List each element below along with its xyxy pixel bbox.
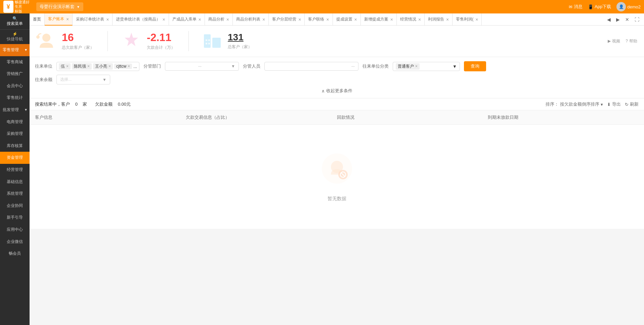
sidebar-item-enterprise-coop[interactable]: 企业协同 (0, 200, 30, 212)
tab-goodslist-close[interactable]: × (262, 17, 265, 22)
tab-customercontact-close[interactable]: × (326, 17, 329, 22)
sidebar-item-retail-stats[interactable]: 零售统计 (0, 92, 30, 104)
credit-amount-label: 欠款合计（万） (147, 45, 175, 50)
tab-goods-analysis-list[interactable]: 商品分析列表 × (233, 13, 269, 26)
tab-raise-close[interactable]: × (354, 17, 357, 22)
org-selector[interactable]: 母婴行业演示帐套 ▼ (36, 2, 83, 11)
tab-goodsanalysis-close[interactable]: × (226, 17, 229, 22)
sidebar-item-enterprise-wechat[interactable]: 企业微信 (0, 236, 30, 248)
unit-tag-wang[interactable]: 王小亮 × (93, 63, 113, 70)
sidebar-item-retail-mall[interactable]: 零售商城 (0, 56, 30, 68)
credit-amount-value: -2.11 (147, 32, 175, 43)
sidebar-item-app-center[interactable]: 应用中心 (0, 224, 30, 236)
unit-tag-wu-remove[interactable]: × (66, 64, 69, 69)
total-customers-icon (202, 31, 222, 51)
tab-newraise-close[interactable]: × (390, 17, 393, 22)
tab-scroll-left[interactable]: ◀ (605, 17, 613, 22)
nav-icon: ⚡ (12, 32, 17, 36)
unit-category-remove[interactable]: × (415, 64, 418, 69)
wholesale-arrow-icon: ▾ (25, 107, 27, 113)
balance-filter-dropdown[interactable]: 选择... ▼ (56, 75, 110, 84)
unit-tag-cj[interactable]: cjttcw × (114, 64, 132, 69)
tab-accounts-close[interactable]: × (66, 17, 69, 22)
tab-product-close[interactable]: × (199, 17, 201, 22)
th-credit-info: 欠款交易信息（占比） (186, 114, 337, 120)
stat-credit-customers: 16 总欠款客户（家） (36, 31, 108, 51)
collapse-button[interactable]: ∧ 收起更多条件 (321, 88, 352, 94)
header-right: ✉ 消息 📱 App下载 👤 demo2 (569, 2, 641, 11)
unit-tag-wu[interactable]: 伍 × (59, 63, 71, 70)
tab-close-all[interactable]: ✕ (623, 17, 631, 22)
refresh-button[interactable]: ↻ 刷新 (625, 101, 639, 107)
svg-point-1 (36, 35, 40, 39)
tab-purchasestat-close[interactable]: × (162, 17, 165, 22)
tab-customer-contact[interactable]: 客户联络 × (305, 13, 333, 26)
manager-filter-input[interactable]: ··· (264, 62, 358, 71)
export-button[interactable]: ⬇ 导出 (607, 101, 621, 107)
unit-category-arrow: ▼ (453, 64, 457, 69)
tab-bar: 首页 客户账本 × 采购订单统计表 × 进货单统计表（按商品） × 产成品入库单… (30, 13, 644, 26)
unit-tag-cj-remove[interactable]: × (128, 64, 130, 69)
tab-profitreport-close[interactable]: × (446, 17, 449, 22)
tab-profit-report[interactable]: 利润报告 × (425, 13, 453, 26)
unit-category-tag[interactable]: 普通客户 × (396, 63, 420, 70)
svg-rect-4 (212, 38, 221, 48)
sidebar-item-retail-mgmt[interactable]: 零售管理 ▾ (0, 44, 30, 56)
sidebar-item-ecommerce[interactable]: 电商管理 (0, 116, 30, 128)
tab-new-raise[interactable]: 新增提成方案 × (361, 13, 397, 26)
help-btn[interactable]: ? 帮助 (626, 38, 637, 44)
sidebar-item-purchase[interactable]: 采购管理 (0, 128, 30, 140)
sidebar-quick-nav[interactable]: ⚡ 快捷导航 (0, 30, 30, 44)
app-icon: 📱 (588, 4, 593, 9)
svg-marker-2 (125, 33, 138, 46)
sidebar-item-operations[interactable]: 经营管理 (0, 164, 30, 176)
svg-point-0 (42, 34, 50, 42)
unit-category-filter[interactable]: 普通客户 × ▼ (393, 62, 460, 71)
tab-purchase-close[interactable]: × (106, 17, 109, 22)
tab-purchase-orders[interactable]: 采购订单统计表 × (73, 13, 113, 26)
tab-customer-tier[interactable]: 客户分层经营 × (269, 13, 305, 26)
refresh-icon: ↻ (625, 102, 629, 107)
tab-product-entry[interactable]: 产成品入库单 × (169, 13, 205, 26)
tab-retailprofit-close[interactable]: × (475, 17, 478, 22)
tab-home[interactable]: 首页 (30, 13, 45, 26)
app-download-btn[interactable]: 📱 App下载 (588, 4, 611, 10)
tab-operations[interactable]: 经营情况 × (397, 13, 425, 26)
tab-scroll-right[interactable]: ▶ (614, 17, 622, 22)
sidebar-item-vip[interactable]: 畅会员 (0, 248, 30, 260)
tab-operations-close[interactable]: × (418, 17, 421, 22)
tab-goods-analysis[interactable]: 商品分析 × (205, 13, 233, 26)
unit-filter-tags[interactable]: 伍 × 陈民强 × 王小亮 × (56, 62, 139, 71)
sidebar-item-new-user[interactable]: 新手引导 (0, 212, 30, 224)
sidebar-item-capital[interactable]: 资金管理 (0, 152, 30, 164)
sidebar-item-member-center[interactable]: 会员中心 (0, 80, 30, 92)
user-menu[interactable]: 👤 demo2 (616, 2, 641, 11)
table-container: 客户信息 欠款交易信息（占比） 回款情况 到期未放款日期 (30, 110, 644, 229)
sidebar-item-inventory[interactable]: 库存核算 (0, 140, 30, 152)
tab-retail-profit[interactable]: 零售利润( × (453, 13, 482, 26)
th-customer-info: 客户信息 (35, 114, 186, 120)
tab-maximize[interactable]: ⛶ (633, 17, 641, 22)
sidebar-item-marketing[interactable]: 营销推广 (0, 68, 30, 80)
unit-tag-chen-remove[interactable]: × (87, 64, 90, 69)
tab-raise-settings[interactable]: 提成设置 × (333, 13, 361, 26)
dept-filter-dropdown[interactable]: ··· ▼ (165, 62, 239, 71)
unit-tag-chen[interactable]: 陈民强 × (72, 63, 92, 70)
sort-button[interactable]: 排序： 按欠款金额倒序排序 ▾ (546, 101, 603, 107)
logo-icon: ¥ (3, 1, 13, 13)
video-btn[interactable]: ▶ 视频 (608, 38, 620, 44)
tab-accounts[interactable]: 客户账本 × (45, 13, 73, 26)
unit-tag-wang-remove[interactable]: × (109, 64, 111, 69)
sidebar-item-basic-info[interactable]: 基础信息 (0, 176, 30, 188)
tab-customertier-close[interactable]: × (298, 17, 301, 22)
svg-rect-8 (208, 43, 210, 44)
collapse-up-icon: ∧ (321, 88, 325, 94)
sidebar-search[interactable]: 🔍 搜索菜单 (0, 13, 30, 30)
tab-purchase-stat[interactable]: 进货单统计表（按商品） × (113, 13, 169, 26)
sidebar-item-system[interactable]: 系统管理 (0, 188, 30, 200)
sidebar-item-wholesale[interactable]: 批发管理 ▾ (0, 104, 30, 116)
messages-btn[interactable]: ✉ 消息 (569, 4, 583, 10)
unit-tags-more[interactable]: ... (133, 64, 137, 69)
query-button[interactable]: 查询 (464, 61, 486, 71)
result-info: 搜索结果中，客户 0 家 欠款金额 0.00元 (35, 101, 135, 107)
